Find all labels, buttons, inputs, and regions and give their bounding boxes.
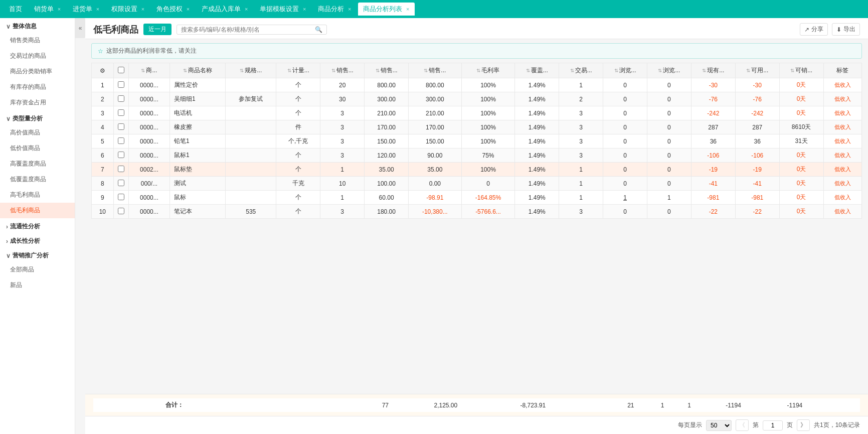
col-spec[interactable]: ⇅规格... [226, 63, 276, 78]
col-gross-margin[interactable]: ⇅毛利率 [461, 63, 515, 78]
export-button[interactable]: ⬇ 导出 [832, 23, 860, 36]
sidebar-group-flow[interactable]: › 流通性分析 [0, 218, 75, 233]
nav-template[interactable]: 单据模板设置 × [255, 3, 311, 16]
nav-purchase-close[interactable]: × [96, 6, 99, 12]
row-spec [226, 191, 276, 205]
search-box[interactable]: 🔍 [177, 25, 327, 35]
search-icon[interactable]: 🔍 [315, 26, 322, 33]
col-view1[interactable]: ⇅浏览... [603, 63, 647, 78]
sidebar-group-overall[interactable]: ∨ 整体信息 [0, 18, 75, 33]
sidebar-group-growth[interactable]: › 成长性分析 [0, 233, 75, 247]
sidebar-item-low-coverage[interactable]: 低覆盖度商品 [0, 172, 75, 187]
sidebar-group-type[interactable]: ∨ 类型量分析 [0, 110, 75, 125]
col-transaction[interactable]: ⇅交易... [559, 63, 603, 78]
row-checkbox[interactable] [113, 163, 128, 177]
page-size-select[interactable]: 50 20 100 [706, 420, 732, 431]
sidebar-item-high-value[interactable]: 高价值商品 [0, 125, 75, 140]
data-table: ⚙ ⇅商... ⇅商品名称 ⇅规格... ⇅计量... ⇅销售... ⇅销售..… [91, 63, 862, 219]
col-name[interactable]: ⇅商品名称 [170, 63, 226, 78]
select-all-checkbox[interactable] [118, 67, 124, 73]
row-available: -76 [735, 92, 779, 106]
nav-role-close[interactable]: × [187, 6, 190, 12]
row-code: 0002... [128, 163, 169, 177]
row-checkbox[interactable] [113, 106, 128, 120]
row-select-checkbox[interactable] [118, 166, 124, 172]
row-select-checkbox[interactable] [118, 180, 124, 186]
nav-goods-analysis-list[interactable]: 商品分析列表 × [358, 3, 414, 16]
row-available: -30 [735, 78, 779, 92]
total-table: 合计： 77 2,125.00 -8,723.91 21 1 1 -1194 -… [93, 398, 860, 412]
nav-role[interactable]: 角色授权 × [151, 3, 195, 16]
nav-product-entry-close[interactable]: × [245, 6, 248, 12]
sidebar-item-traded-goods[interactable]: 交易过的商品 [0, 48, 75, 64]
row-saleable: 0天 [779, 92, 823, 106]
row-checkbox[interactable] [113, 177, 128, 191]
nav-sales-close[interactable]: × [58, 6, 61, 12]
nav-product-entry[interactable]: 产成品入库单 × [197, 3, 253, 16]
sidebar-item-new-goods[interactable]: 新品 [0, 277, 75, 293]
sidebar-item-capital[interactable]: 库存资金占用 [0, 95, 75, 110]
row-tag: 低收入 [823, 163, 861, 177]
row-checkbox[interactable] [113, 78, 128, 92]
page-next-button[interactable]: 》 [797, 419, 810, 431]
row-coverage: 1.49% [515, 120, 559, 134]
sidebar-item-high-coverage[interactable]: 高覆盖度商品 [0, 156, 75, 172]
row-num: 7 [92, 163, 114, 177]
nav-template-close[interactable]: × [303, 6, 306, 12]
page-input[interactable] [763, 420, 783, 430]
row-checkbox[interactable] [113, 191, 128, 205]
col-saleable[interactable]: ⇅可销... [779, 63, 823, 78]
col-sales-qty[interactable]: ⇅销售... [320, 63, 365, 78]
sidebar-item-sales-goods[interactable]: 销售类商品 [0, 33, 75, 48]
search-input[interactable] [181, 26, 315, 33]
nav-sales[interactable]: 销货单 × [29, 3, 66, 16]
sidebar-item-low-value[interactable]: 低价值商品 [0, 140, 75, 156]
page-prev-button[interactable]: 《 [736, 419, 749, 431]
table-container[interactable]: ⚙ ⇅商... ⇅商品名称 ⇅规格... ⇅计量... ⇅销售... ⇅销售..… [85, 63, 868, 394]
sidebar-item-all-goods[interactable]: 全部商品 [0, 262, 75, 277]
sidebar-item-high-margin[interactable]: 高毛利商品 [0, 187, 75, 203]
nav-purchase[interactable]: 进货单 × [68, 3, 104, 16]
sidebar-item-in-stock[interactable]: 有库存的商品 [0, 79, 75, 95]
col-current-stock[interactable]: ⇅现有... [691, 63, 735, 78]
row-checkbox[interactable] [113, 120, 128, 134]
col-view2[interactable]: ⇅浏览... [647, 63, 691, 78]
nav-home[interactable]: 首页 [4, 3, 27, 16]
col-coverage[interactable]: ⇅覆盖... [515, 63, 559, 78]
row-checkbox[interactable] [113, 149, 128, 163]
row-select-checkbox[interactable] [118, 123, 124, 130]
nav-goods-analysis[interactable]: 商品分析 × [313, 3, 356, 16]
row-select-checkbox[interactable] [118, 152, 124, 158]
nav-permission[interactable]: 权限设置 × [106, 3, 149, 16]
row-sales-qty: 3 [320, 134, 365, 149]
pagination-bar: 每页显示 50 20 100 《 第 页 》 共1页，10条记录 [85, 416, 868, 434]
col-settings[interactable]: ⚙ [92, 63, 114, 78]
filter-button[interactable]: 近一月 [143, 24, 171, 35]
col-unit[interactable]: ⇅计量... [276, 63, 320, 78]
row-select-checkbox[interactable] [118, 208, 124, 214]
col-code[interactable]: ⇅商... [128, 63, 169, 78]
sidebar-item-category-rate[interactable]: 商品分类助销率 [0, 64, 75, 79]
row-select-checkbox[interactable] [118, 95, 124, 102]
col-sales-price[interactable]: ⇅销售... [365, 63, 409, 78]
row-view1[interactable]: 1 [603, 191, 647, 205]
sidebar-item-low-margin[interactable]: 低毛利商品 [0, 203, 75, 218]
row-select-checkbox[interactable] [118, 194, 124, 200]
nav-goods-analysis-close[interactable]: × [348, 6, 351, 12]
row-checkbox[interactable] [113, 134, 128, 149]
share-button[interactable]: ↗ 分享 [800, 23, 828, 36]
col-sales-profit[interactable]: ⇅销售... [409, 63, 462, 78]
row-gross-margin: 100% [461, 106, 515, 120]
row-select-checkbox[interactable] [118, 81, 124, 88]
nav-goods-analysis-list-close[interactable]: × [406, 6, 409, 12]
col-checkbox[interactable] [113, 63, 128, 78]
col-available[interactable]: ⇅可用... [735, 63, 779, 78]
row-select-checkbox[interactable] [118, 109, 124, 116]
nav-permission-close[interactable]: × [141, 6, 144, 12]
row-checkbox[interactable] [113, 92, 128, 106]
sidebar-group-marketing[interactable]: ∨ 营销推广分析 [0, 247, 75, 262]
row-checkbox[interactable] [113, 205, 128, 219]
row-select-checkbox[interactable] [118, 137, 124, 144]
sidebar-collapse-button[interactable]: « [75, 18, 85, 38]
total-view1: 1 [649, 398, 676, 412]
